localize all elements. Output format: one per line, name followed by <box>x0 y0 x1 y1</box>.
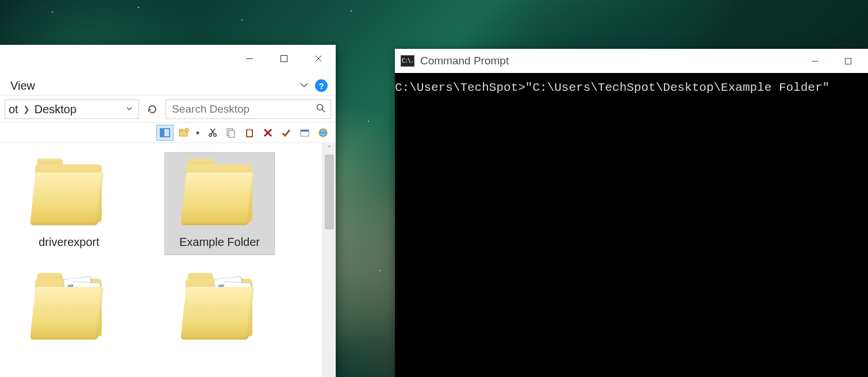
explorer-content: driverexportExample Folder ˄ <box>0 143 336 377</box>
ribbon-collapse-icon[interactable] <box>299 79 309 93</box>
minimize-button[interactable] <box>232 48 267 69</box>
search-icon[interactable] <box>316 103 326 116</box>
folder-icon <box>182 156 257 231</box>
cmd-maximize-button[interactable] <box>831 50 865 72</box>
svg-point-12 <box>214 134 217 137</box>
svg-rect-29 <box>845 58 851 64</box>
svg-rect-19 <box>248 129 251 130</box>
svg-point-11 <box>209 134 212 137</box>
scroll-up-icon[interactable]: ˄ <box>323 143 336 155</box>
explorer-titlebar[interactable] <box>0 45 336 76</box>
new-folder-button[interactable] <box>176 125 192 140</box>
preview-pane-button[interactable] <box>156 125 174 141</box>
properties-button[interactable] <box>297 125 313 140</box>
svg-point-10 <box>185 128 189 132</box>
svg-rect-9 <box>179 129 183 131</box>
svg-rect-7 <box>160 129 164 137</box>
command-prompt-window[interactable]: C:\. Command Prompt C:\Users\TechSpot>"C… <box>395 49 868 377</box>
apply-button[interactable] <box>278 125 294 140</box>
cmd-icon: C:\. <box>401 55 414 67</box>
copy-button[interactable] <box>223 125 239 140</box>
close-button[interactable] <box>301 48 336 69</box>
folder-label: driverexport <box>39 236 99 249</box>
scroll-thumb[interactable] <box>325 155 334 229</box>
cmd-line: C:\Users\TechSpot>"C:\Users\TechSpot\Des… <box>395 81 829 94</box>
cmd-minimize-button[interactable] <box>798 50 831 72</box>
globe-button[interactable] <box>315 125 331 140</box>
folder-item[interactable] <box>14 267 124 352</box>
folder-with-files-icon <box>182 271 257 345</box>
search-box[interactable] <box>166 99 331 119</box>
cmd-titlebar[interactable]: C:\. Command Prompt <box>395 49 868 73</box>
cmd-title: Command Prompt <box>420 55 509 67</box>
cut-button[interactable] <box>205 125 221 140</box>
folder-label: Example Folder <box>179 236 260 249</box>
breadcrumb-part-truncated[interactable]: ot <box>6 103 21 116</box>
explorer-address-row: ot ❯ Desktop <box>0 96 336 123</box>
paste-button[interactable] <box>241 125 258 140</box>
svg-point-4 <box>317 105 323 110</box>
folder-icon <box>32 156 106 231</box>
svg-line-5 <box>322 110 325 113</box>
explorer-quick-toolbar: ▼ <box>0 123 336 143</box>
files-area[interactable]: driverexportExample Folder <box>0 143 322 377</box>
folder-item[interactable]: Example Folder <box>164 152 275 255</box>
explorer-ribbon-tabs: View ? <box>0 76 336 96</box>
svg-rect-16 <box>229 130 235 137</box>
svg-rect-1 <box>281 56 287 62</box>
help-icon[interactable]: ? <box>315 79 328 92</box>
explorer-scrollbar[interactable]: ˄ <box>322 143 336 377</box>
address-bar[interactable]: ot ❯ Desktop <box>5 99 139 119</box>
svg-rect-18 <box>247 130 252 136</box>
folder-with-files-icon <box>32 271 106 345</box>
breadcrumb-separator-icon[interactable]: ❯ <box>21 105 32 114</box>
breadcrumb-current[interactable]: Desktop <box>32 103 79 116</box>
delete-button[interactable] <box>260 125 276 140</box>
maximize-button[interactable] <box>267 48 301 69</box>
svg-rect-23 <box>301 130 309 132</box>
ribbon-tab-view[interactable]: View <box>10 79 35 93</box>
refresh-button[interactable] <box>143 99 162 119</box>
new-dropdown-icon[interactable]: ▼ <box>194 125 202 140</box>
cmd-output[interactable]: C:\Users\TechSpot>"C:\Users\TechSpot\Des… <box>395 73 868 377</box>
folder-item[interactable] <box>164 267 275 352</box>
address-dropdown-icon[interactable] <box>124 105 135 114</box>
file-explorer-window[interactable]: View ? ot ❯ Desktop <box>0 45 336 377</box>
search-input[interactable] <box>171 102 316 116</box>
folder-item[interactable]: driverexport <box>14 152 124 255</box>
